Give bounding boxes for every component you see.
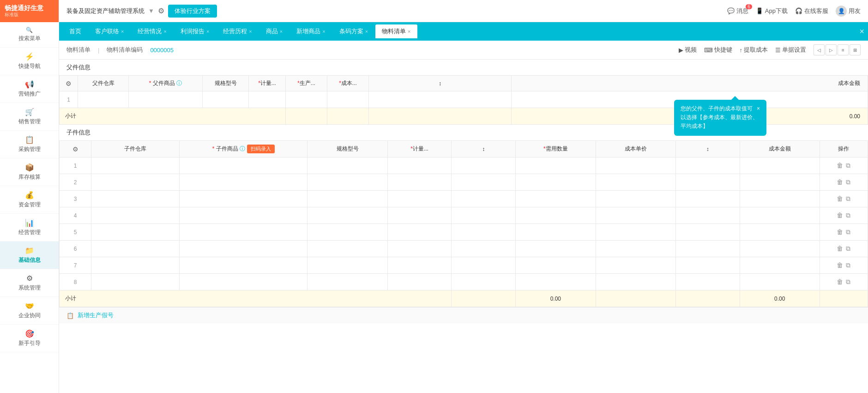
sidebar-logo: 畅捷通好生意 标准版 <box>0 0 59 22</box>
extract-cost-action[interactable]: ↑ 提取成本 <box>740 46 768 54</box>
child-unitcost-1[interactable] <box>596 157 675 174</box>
tab-product[interactable]: 商品 × <box>259 24 289 38</box>
tab-home[interactable]: 首页 <box>63 24 88 38</box>
copy-icon-5[interactable]: ⧉ <box>846 228 850 236</box>
shortcut-action[interactable]: ⌨ 快捷键 <box>704 46 732 54</box>
parent-production-cell[interactable] <box>286 91 327 108</box>
child-actions-2: 🗑 ⧉ <box>820 174 868 191</box>
delete-icon-1[interactable]: 🗑 <box>837 162 843 169</box>
th-parent-unit: *计量... <box>249 76 286 91</box>
tab-history-close[interactable]: × <box>249 29 252 34</box>
breadcrumb-parent[interactable]: 物料清单 <box>66 46 90 54</box>
child-warehouse-1[interactable] <box>91 157 180 174</box>
delete-icon-4[interactable]: 🗑 <box>837 212 843 219</box>
copy-icon-7[interactable]: ⧉ <box>846 261 850 269</box>
tab-barcode-close[interactable]: × <box>365 29 368 34</box>
tab-operations-close[interactable]: × <box>163 29 166 34</box>
tab-profit-close[interactable]: × <box>206 29 209 34</box>
trial-button[interactable]: 体验行业方案 <box>168 5 217 18</box>
prev-page-button[interactable]: ◁ <box>814 44 825 55</box>
bottom-label[interactable]: 新增生产假号 <box>78 311 114 320</box>
parent-warehouse-cell[interactable] <box>78 91 129 108</box>
th-child-qty: *需用数量 <box>516 141 596 157</box>
child-product-1[interactable] <box>180 157 307 174</box>
child-warehouse-2[interactable] <box>91 174 180 191</box>
copy-icon-8[interactable]: ⧉ <box>846 278 850 286</box>
sidebar-item-marketing[interactable]: 📢 营销推广 <box>0 75 59 103</box>
sidebar-item-enterprise[interactable]: 🤝 企业协同 <box>0 297 59 325</box>
tab-customer[interactable]: 客户联络 × <box>89 24 130 38</box>
app-download-button[interactable]: 📱 App下载 <box>756 7 788 15</box>
child-product-2[interactable] <box>180 174 307 191</box>
tab-barcode[interactable]: 条码方案 × <box>333 24 374 38</box>
parent-product-cell[interactable] <box>129 91 203 108</box>
delete-icon-2[interactable]: 🗑 <box>837 178 843 186</box>
copy-icon-2[interactable]: ⧉ <box>846 178 850 186</box>
tab-customer-close[interactable]: × <box>121 29 124 34</box>
child-unit-1[interactable] <box>387 157 452 174</box>
delete-icon-5[interactable]: 🗑 <box>837 228 843 236</box>
parent-spec-cell[interactable] <box>203 91 249 108</box>
child-qty-1[interactable] <box>516 157 596 174</box>
tab-bom-close[interactable]: × <box>408 29 410 34</box>
next-page-button[interactable]: ▷ <box>826 44 837 55</box>
system-icon: ⚙ <box>26 274 33 283</box>
online-service-button[interactable]: 🎧 在线客服 <box>795 7 828 15</box>
sidebar-item-sales[interactable]: 🛒 销售管理 <box>0 103 59 131</box>
child-spec-1[interactable] <box>307 157 387 174</box>
system-name: 装备及固定资产辅助管理系统 <box>66 7 145 15</box>
sidebar-item-purchase[interactable]: 📋 采购管理 <box>0 131 59 158</box>
purchase-icon: 📋 <box>25 135 34 144</box>
tab-operations-status[interactable]: 经营情况 × <box>131 24 173 38</box>
list-view-button[interactable]: ≡ <box>838 44 849 55</box>
scan-button[interactable]: 扫码录入 <box>247 145 275 153</box>
delete-icon-7[interactable]: 🗑 <box>837 261 843 269</box>
tab-history[interactable]: 经营历程 × <box>217 24 258 38</box>
child-amount-2[interactable] <box>740 174 820 191</box>
tab-new-product[interactable]: 新增商品 × <box>290 24 332 38</box>
sidebar-item-finance[interactable]: 💰 资金管理 <box>0 186 59 214</box>
child-unitcost-2[interactable] <box>596 174 675 191</box>
delete-icon-8[interactable]: 🗑 <box>837 278 843 286</box>
table-row: 8 🗑⧉ <box>60 274 868 290</box>
tab-new-product-close[interactable]: × <box>322 29 325 34</box>
sidebar-item-operations[interactable]: 📊 经营管理 <box>0 214 59 242</box>
th-gear-child[interactable]: ⚙ <box>60 141 91 157</box>
delete-icon-6[interactable]: 🗑 <box>837 245 843 253</box>
copy-icon-1[interactable]: ⧉ <box>846 162 850 169</box>
child-spec-2[interactable] <box>307 174 387 191</box>
th-child-sort2[interactable]: ↕ <box>675 141 740 157</box>
parent-cost-cell[interactable] <box>327 91 369 108</box>
child-unit-2[interactable] <box>387 174 452 191</box>
message-button[interactable]: 💬 消息 6 <box>727 7 748 15</box>
user-menu[interactable]: 👤 用友 <box>836 6 861 17</box>
th-child-sort[interactable]: ↕ <box>452 141 516 157</box>
copy-icon-4[interactable]: ⧉ <box>846 212 850 219</box>
copy-icon-6[interactable]: ⧉ <box>846 245 850 253</box>
tab-profit[interactable]: 利润报告 × <box>174 24 216 38</box>
sidebar-item-search[interactable]: 🔍 搜索菜单 <box>0 22 59 48</box>
dropdown-icon[interactable]: ▼ <box>148 7 154 14</box>
video-action[interactable]: ▶ 视频 <box>679 46 697 54</box>
parent-unit-cell[interactable] <box>249 91 286 108</box>
expand-button[interactable]: ⊞ <box>850 44 861 55</box>
th-gear-parent[interactable]: ⚙ <box>60 76 78 91</box>
tab-product-close[interactable]: × <box>280 29 283 34</box>
copy-icon-3[interactable]: ⧉ <box>846 195 850 203</box>
sidebar-item-quick-nav[interactable]: ⚡ 快捷导航 <box>0 48 59 75</box>
video-icon: ▶ <box>679 47 683 54</box>
tooltip-close[interactable]: × <box>757 104 760 113</box>
th-parent-sort[interactable]: ↕ <box>369 76 512 91</box>
sidebar-item-basic-info[interactable]: 📁 基础信息 <box>0 242 59 269</box>
single-settings-action[interactable]: ☰ 单据设置 <box>775 46 806 54</box>
tab-bom[interactable]: 物料清单 × <box>375 24 417 38</box>
close-all-tabs[interactable]: × <box>859 27 864 36</box>
sidebar-item-guide[interactable]: 🎯 新手引导 <box>0 325 59 352</box>
sidebar-item-system[interactable]: ⚙ 系统管理 <box>0 269 59 297</box>
sidebar-item-inventory[interactable]: 📦 库存核算 <box>0 158 59 186</box>
operations-icon: 📊 <box>25 218 34 227</box>
child-qty-2[interactable] <box>516 174 596 191</box>
settings-icon[interactable]: ⚙ <box>158 6 164 15</box>
delete-icon-3[interactable]: 🗑 <box>837 195 843 203</box>
child-amount-1[interactable] <box>740 157 820 174</box>
